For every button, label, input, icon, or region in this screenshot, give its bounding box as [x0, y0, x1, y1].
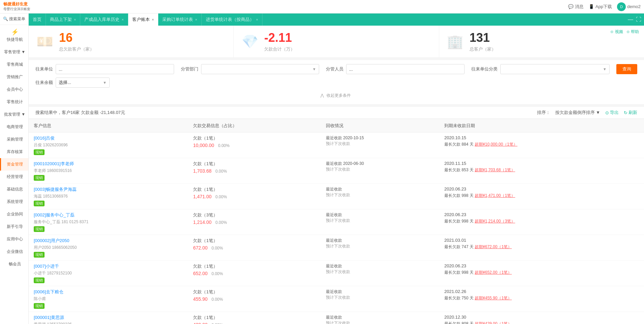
debt-cell-7: 欠款（1笔） 429.00 0.00%	[188, 312, 321, 324]
tab-product-listing[interactable]: 商品上下架 ×	[46, 13, 80, 26]
tab-bar: 首页 商品上下架 × 产成品入库单历史 × 客户账本 × 采购订单统计表 ×	[29, 13, 644, 26]
maximize-icon[interactable]: ⛶	[636, 17, 641, 23]
debt-amount-6[interactable]: 455.90	[193, 296, 207, 302]
sidebar-item-marketing[interactable]: 营销推广	[0, 71, 28, 83]
card-total-customers: 🏢 131 总客户（家） ⊙ 视频 ⊙ 帮助	[439, 26, 644, 57]
customer-name-6[interactable]: [0006]去下粮仓	[34, 289, 183, 295]
repay-cell-7: 最近收款 预计下次收款	[321, 312, 439, 324]
filter-dept-select[interactable]: ▼	[201, 64, 319, 74]
debt-amount-1[interactable]: 1,703.68	[193, 168, 212, 174]
sidebar-item-inventory[interactable]: 库存核算	[0, 146, 28, 158]
page-content: 💴 16 总欠款客户（家） 💎 -2.11 欠款合计（万）	[29, 26, 644, 324]
debt-amount-3[interactable]: 1,214.00	[193, 219, 212, 225]
chevron-down-icon-4: ▼	[596, 110, 600, 115]
debt-amount-0[interactable]: 10,000.00	[193, 143, 214, 148]
sidebar-item-member[interactable]: 会员中心	[0, 83, 28, 96]
close-tab-product-listing[interactable]: ×	[74, 18, 76, 22]
overdue-link-7[interactable]: 超期¥429.00（1笔）	[475, 321, 512, 324]
filter-balance-select[interactable]: 选择... ▼	[56, 78, 110, 88]
repay-cell-0: 最近收款 2020-10-15 预计下次收款	[321, 132, 439, 158]
sidebar-item-retail-mall[interactable]: 零售商城	[0, 58, 28, 71]
repay-cell-6: 最近收款 预计下次收款	[321, 286, 439, 312]
filter-row-1: 往来单位 ... 分管部门 ▼	[35, 64, 637, 74]
customer-name-7[interactable]: [000001]黄思源	[34, 315, 183, 321]
app-download-btn[interactable]: 📱 App下载	[589, 4, 612, 10]
sidebar-item-app-center[interactable]: 应用中心	[0, 233, 28, 245]
close-tab-purchase-stats[interactable]: ×	[195, 18, 197, 22]
filter-category-label: 往来单位分类	[471, 66, 498, 72]
filter-person-input[interactable]: ...	[346, 64, 465, 74]
collapse-more-btn[interactable]: ⋀ 收起更多条件	[35, 91, 637, 100]
table-row: [0002]服务中心_丁磊 服务中心_丁磊 181 0125 8371 现销 欠…	[29, 209, 644, 235]
debt-amount-5[interactable]: 652.00	[193, 271, 207, 276]
sort-select[interactable]: 按欠款金额倒序排序 ▼	[555, 110, 600, 116]
refresh-btn[interactable]: ↻ 刷新	[624, 110, 637, 116]
message-btn[interactable]: 💬 消息	[568, 4, 584, 10]
debt-amount-2[interactable]: 1,471.00	[193, 194, 212, 199]
customer-name-4[interactable]: [000002]用户2050	[34, 238, 183, 244]
close-tab-stock-stats[interactable]: ×	[256, 18, 258, 22]
table-header-row: 客户信息 欠款交易信息（占比） 回收情况 到期未收款日期	[29, 119, 644, 132]
customer-name-3[interactable]: [0002]服务中心_丁磊	[34, 212, 183, 218]
filter-category-select[interactable]: ▼	[500, 64, 610, 74]
overdue-link-0[interactable]: 超期¥10,000.00（1笔）	[475, 142, 517, 147]
sidebar-item-member-club[interactable]: 畅会员	[0, 258, 28, 270]
due-cell-6: 2021.02.26 最长欠款 750 天 超期¥455.90（1笔）	[439, 286, 644, 312]
table-row: [0007]小进千 小进千 18279152100 现销 欠款（1笔） 652.…	[29, 261, 644, 286]
sidebar-item-finance[interactable]: 资金管理	[0, 158, 28, 171]
video-link[interactable]: ⊙ 视频	[610, 29, 623, 35]
customer-cell-5: [0007]小进千 小进千 18279152100 现销	[29, 261, 188, 286]
customer-cell-7: [000001]黄思源 黄思源 13552700226 现销	[29, 312, 188, 324]
overdue-link-4[interactable]: 超期¥672.00（1笔）	[475, 244, 512, 249]
overdue-days-1: 最长欠款 853 天 超期¥1,703.68（1笔）	[444, 167, 639, 173]
filter-dept: 分管部门 ▼	[181, 64, 319, 74]
sidebar-item-operations[interactable]: 经营管理	[0, 171, 28, 183]
export-btn[interactable]: ⊙ 导出	[605, 110, 619, 116]
customer-name-1[interactable]: [0001020001]李老师	[34, 161, 183, 167]
sidebar-item-retail-stats[interactable]: 零售统计	[0, 96, 28, 108]
overdue-link-2[interactable]: 超期¥1,471.00（1笔）	[475, 193, 515, 198]
customer-name-0[interactable]: [0016]吕俊	[34, 135, 183, 141]
filter-partner-input[interactable]: ...	[56, 64, 174, 74]
sidebar-item-ecommerce[interactable]: 电商管理	[0, 121, 28, 133]
debt-amount-7[interactable]: 429.00	[193, 322, 207, 324]
help-link[interactable]: ⊙ 帮助	[626, 29, 639, 35]
top-bar: 畅捷通好生意 母婴行业演示账套 💬 消息 📱 App下载 D demo2	[0, 0, 644, 13]
user-btn[interactable]: D demo2	[617, 2, 641, 11]
query-button[interactable]: 查询	[616, 64, 637, 74]
tab-home[interactable]: 首页	[29, 13, 46, 26]
total-customers-icon: 🏢	[446, 32, 465, 51]
sidebar-item-system[interactable]: 系统管理	[0, 196, 28, 208]
col-customer-info: 客户信息	[29, 119, 188, 132]
tab-customer-ledger[interactable]: 客户账本 ×	[128, 13, 158, 26]
customer-contact-7: 黄思源 13552700226	[34, 322, 183, 324]
overdue-link-5[interactable]: 超期¥652.00（1笔）	[475, 270, 512, 275]
repay-next-0: 预计下次收款	[326, 141, 434, 147]
overdue-link-1[interactable]: 超期¥1,703.68（1笔）	[475, 168, 515, 172]
sidebar-item-basic-info[interactable]: 基础信息	[0, 183, 28, 196]
customer-cell-1: [0001020001]李老师 李老师 18600391516 现销	[29, 158, 188, 184]
sidebar-item-guide[interactable]: 新手引导	[0, 220, 28, 233]
tab-purchase-stats[interactable]: 采购订单统计表 ×	[158, 13, 201, 26]
due-cell-2: 2020.06.23 最长欠款 998 天 超期¥1,471.00（1笔）	[439, 184, 644, 209]
tab-stock-stats[interactable]: 进货单统计表（按商品） ×	[202, 13, 262, 26]
search-menu-btn[interactable]: 🔍 搜索菜单	[0, 13, 28, 25]
tab-product-history[interactable]: 产成品入库单历史 ×	[80, 13, 128, 26]
minimize-icon[interactable]: —	[628, 17, 633, 23]
customer-name-5[interactable]: [0007]小进千	[34, 263, 183, 269]
sidebar-item-wholesale[interactable]: 批发管理 ▼	[0, 108, 28, 121]
sidebar-item-purchase[interactable]: 采购管理	[0, 133, 28, 146]
repay-next-5: 预计下次收款	[326, 269, 434, 275]
sidebar-item-quick-nav[interactable]: ⚡ 快捷导航	[0, 25, 28, 46]
overdue-link-3[interactable]: 超期¥1,214.00（3笔）	[475, 219, 515, 224]
search-icon: 🔍	[3, 17, 8, 21]
customer-name-2[interactable]: [0003]畅捷服务尹海蕊	[34, 186, 183, 193]
sidebar-item-retail-mgmt[interactable]: 零售管理 ▼	[0, 46, 28, 58]
close-tab-product-history[interactable]: ×	[121, 18, 123, 22]
close-tab-customer-ledger[interactable]: ×	[152, 18, 154, 22]
sidebar-item-wechat[interactable]: 企业微信	[0, 245, 28, 258]
overdue-link-6[interactable]: 超期¥455.90（1笔）	[475, 296, 512, 300]
sidebar-item-collab[interactable]: 企业协同	[0, 208, 28, 220]
filter-person-label: 分管人员	[326, 66, 343, 72]
debt-amount-4[interactable]: 672.00	[193, 245, 207, 251]
